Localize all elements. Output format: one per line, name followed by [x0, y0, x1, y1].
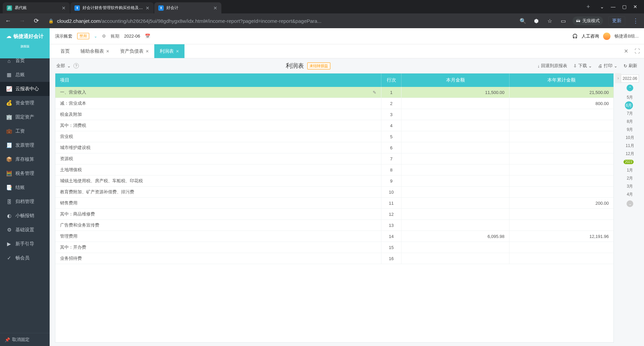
help-icon[interactable]: ? [73, 63, 79, 68]
sidebar-item[interactable]: 💼 工资 [0, 124, 50, 138]
rail-month[interactable]: 4月 [625, 190, 635, 198]
refresh-button[interactable]: ↻刷新 [624, 63, 637, 69]
calendar-icon[interactable]: 📅 [145, 34, 150, 39]
rail-up-icon[interactable]: ⌃ [627, 85, 633, 91]
avatar[interactable] [603, 33, 610, 40]
table-row[interactable]: 资源税 7 [55, 153, 613, 164]
table-row[interactable]: 其中：开办费 15 [55, 242, 613, 253]
page-tab[interactable]: 利润表✕ [154, 44, 184, 58]
close-icon[interactable]: ✕ [213, 5, 217, 11]
rail-month[interactable]: 10月 [625, 134, 635, 142]
page-tab[interactable]: 首页 [55, 44, 75, 58]
window-close-icon[interactable]: ✕ [633, 4, 637, 9]
user-name[interactable]: 畅捷通B组... [614, 33, 639, 39]
sidebar-item[interactable]: 📑 结账 [0, 181, 50, 195]
reading-list-icon[interactable]: ▭ [559, 17, 567, 25]
table-row[interactable]: 业务招待费 16 [55, 253, 613, 264]
browser-tab[interactable]: ⬆ 好会计 ✕ [154, 2, 221, 13]
restore-button[interactable]: ↓回退到原报表 [538, 63, 568, 69]
rail-month[interactable]: 6月 [625, 101, 633, 109]
expand-rail-icon[interactable]: › [615, 73, 621, 83]
close-icon[interactable]: ✕ [146, 5, 150, 11]
table-row[interactable]: 其中：商品维修费 12 [55, 209, 613, 220]
zoom-icon[interactable]: 🔍 [519, 17, 527, 25]
sidebar-item[interactable]: ◐ 小畅报销 [0, 209, 50, 223]
sidebar-item[interactable]: ⌂ 首页 [0, 54, 50, 68]
sidebar-item[interactable]: ▦ 总账 [0, 68, 50, 82]
unpin-button[interactable]: 📌 取消固定 [0, 333, 50, 346]
consult-label[interactable]: 人工咨询 [582, 33, 599, 39]
filter-dropdown[interactable]: 全部 ⌄ [56, 63, 71, 69]
sidebar-item[interactable]: 🧾 发票管理 [0, 138, 50, 152]
page-tab[interactable]: 辅助余额表✕ [75, 44, 115, 58]
cell-month [401, 98, 509, 109]
nav-reload-button[interactable]: ⟳ [32, 16, 41, 26]
account-settings-icon[interactable]: ⚙ [102, 34, 106, 39]
rail-year-selector[interactable]: 2022.06 [621, 75, 639, 83]
browser-tab[interactable]: ⬆ 好会计财务管理软件购买价格及… ✕ [70, 2, 154, 13]
table-row[interactable]: 教育费附加、矿产资源补偿费、排污费 10 [55, 187, 613, 198]
table-row[interactable]: 土地增值税 8 [55, 164, 613, 176]
rail-month[interactable]: 9月 [625, 126, 635, 134]
rail-month[interactable]: 1月 [625, 166, 635, 174]
rail-month[interactable]: 2月 [625, 174, 635, 182]
sidebar-item[interactable]: 🏢 固定资产 [0, 110, 50, 124]
update-button[interactable]: 更新 [608, 16, 625, 26]
extension-icon[interactable]: ⬢ [532, 17, 540, 25]
sidebar-item[interactable]: 📦 库存核算 [0, 152, 50, 166]
close-icon[interactable]: ✕ [62, 5, 66, 11]
cell-month [401, 142, 509, 153]
table-row[interactable]: 减：营业成本 2 800.00 [55, 98, 613, 109]
rail-month[interactable]: 3月 [625, 182, 635, 190]
account-selector[interactable]: 演示账套 [55, 33, 72, 39]
table-row[interactable]: 其中：消费税 4 [55, 120, 613, 131]
table-row[interactable]: 城镇土地使用税、房产税、车船税、印花税 9 [55, 176, 613, 187]
sidebar-item[interactable]: 🧮 税务管理 [0, 166, 50, 181]
rail-month[interactable]: 11月 [625, 142, 635, 150]
cell-item: 销售费用 [55, 198, 381, 208]
sidebar-item[interactable]: ▶ 新手引导 [0, 237, 50, 251]
account-chevron-icon[interactable]: ⌄ [94, 34, 97, 39]
table-row[interactable]: 税金及附加 3 [55, 109, 613, 120]
headset-icon[interactable]: 🎧 [572, 34, 578, 39]
download-button[interactable]: ⇩下载⌄ [573, 63, 592, 69]
table-row[interactable]: 管理费用 14 6,095.98 12,191.96 [55, 231, 613, 242]
close-icon[interactable]: ✕ [146, 49, 149, 54]
url-bar[interactable]: 🔒 cloud2.chanjet.com/accounting/uh26t264… [46, 18, 514, 24]
print-button[interactable]: 🖨打印⌄ [598, 63, 618, 69]
rail-month[interactable]: 5月 [625, 93, 635, 101]
table-row[interactable]: 城市维护建设税 6 [55, 142, 613, 153]
nav-forward-button[interactable]: → [17, 16, 27, 26]
incognito-badge[interactable]: 🕶 无痕模式 [573, 16, 603, 25]
sidebar-item[interactable]: ✓ 畅会员 [0, 251, 50, 265]
rail-month[interactable]: 12月 [625, 150, 635, 158]
table-row[interactable]: 销售费用 11 200.00 [55, 198, 613, 209]
rail-year-badge: 2023 [624, 160, 634, 164]
window-maximize-icon[interactable]: ▢ [622, 4, 627, 9]
table-row[interactable]: 一、营业收入✎ 1 11,500.00 21,500.00 [55, 87, 613, 98]
window-minimize-icon[interactable]: — [611, 4, 615, 9]
sidebar-item[interactable]: 🗄 归档管理 [0, 195, 50, 209]
sidebar-item[interactable]: 💰 资金管理 [0, 96, 50, 110]
rail-month[interactable]: 8月 [625, 117, 635, 126]
logo[interactable]: ☁ 畅捷通好会计 [0, 28, 50, 44]
fullscreen-icon[interactable]: ⛶ [633, 47, 641, 55]
nav-back-button[interactable]: ← [3, 16, 13, 26]
rail-month[interactable]: 7月 [625, 109, 635, 117]
window-dropdown-icon[interactable]: ⌄ [600, 4, 604, 9]
table-row[interactable]: 广告费和业务宣传费 13 [55, 220, 613, 231]
sidebar-item[interactable]: ⚙ 基础设置 [0, 223, 50, 237]
browser-menu-icon[interactable]: ⋮ [631, 17, 641, 24]
sidebar-item[interactable]: 📈 云报表中心 [0, 82, 50, 96]
page-tab[interactable]: 资产负债表✕ [115, 44, 154, 58]
edit-icon[interactable]: ✎ [373, 90, 376, 95]
close-icon[interactable]: ✕ [106, 49, 109, 54]
bookmark-star-icon[interactable]: ☆ [546, 17, 554, 25]
table-row[interactable]: 营业税 5 [55, 131, 613, 142]
close-all-tabs-icon[interactable]: ✕ [622, 47, 630, 55]
sidebar-item-label: 云报表中心 [15, 86, 39, 92]
rail-down-icon[interactable]: ⌄ [627, 200, 633, 207]
new-tab-button[interactable]: + [583, 1, 593, 12]
browser-tab[interactable]: 易 易代账 ✕ [3, 2, 70, 13]
close-icon[interactable]: ✕ [176, 49, 179, 54]
